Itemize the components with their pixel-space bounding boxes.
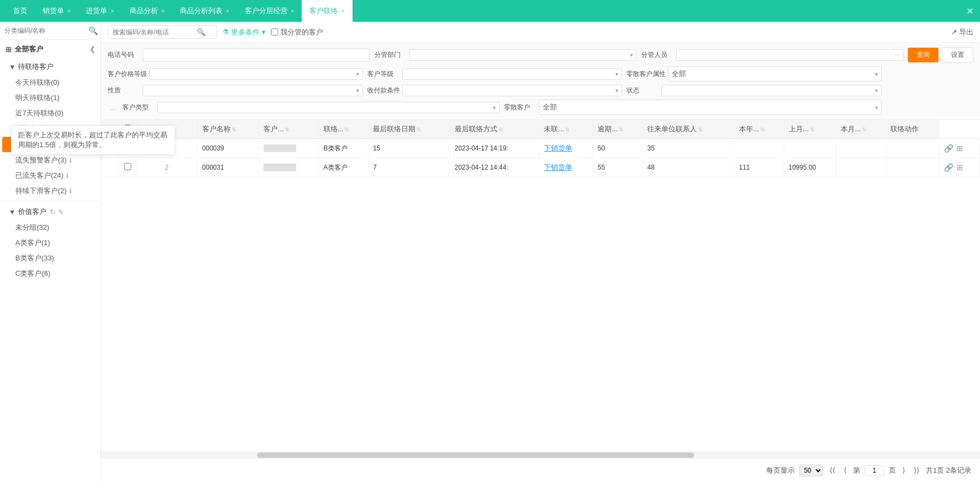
status-select[interactable]: ▾ [661,85,882,96]
query-button[interactable]: 查询 [908,48,938,62]
col-uncontact[interactable]: 未联...⇅ [539,120,593,139]
filter-bar: 🔍 ⚗ 更多条件 ▾ 我分管的客户 ↗ 导出 [101,22,980,43]
col-type[interactable]: 客户...⇅ [259,120,319,139]
col-last-method[interactable]: 最后联络方式⇅ [450,120,539,139]
customer-type-select[interactable]: ▾ [157,102,500,113]
table-area: ⚙ 客户编码⇅ 客户名称⇅ 客户...⇅ [101,120,980,451]
retail-attr-select[interactable]: 全部 ▾ [668,66,882,82]
scrollbar-thumb[interactable] [257,452,694,458]
col-last-date[interactable]: 最后联络日期⇅ [368,120,450,139]
sidebar-divider [0,201,101,201]
value-group-edit-icon[interactable]: ✎ [58,208,64,216]
gender-select[interactable]: ▾ [143,85,363,96]
col-name[interactable]: 客户名称⇅ [197,120,259,139]
search-icon[interactable]: 🔍 [197,28,206,36]
row-contact-person-1: 111 [735,158,784,177]
row-select-checkbox-1[interactable] [124,163,131,170]
sidebar-item-churn-warning[interactable]: 流失预警客户(3) ℹ [0,153,101,168]
col-this-month[interactable]: 本月...⇅ [836,120,886,139]
nav-product-list[interactable]: 商品分析列表 × [172,0,237,22]
nav-purchase[interactable]: 进货单 × [78,0,121,22]
retail-attr-label: 零散客户属性 [626,69,666,79]
row-last-method-1: 下销货单 [539,158,593,177]
grid-action-icon-0[interactable]: ⊞ [956,144,963,153]
sidebar-item-declining[interactable]: 持续下滑客户(2) ℹ [0,183,101,199]
more-conditions-button[interactable]: ⚗ 更多条件 ▾ [222,27,266,37]
col-last-month[interactable]: 上月...⇅ [784,120,836,139]
phone-input[interactable] [143,49,370,62]
nav-sales-close[interactable]: × [67,8,71,14]
customer-grade-field: 客户等级 ▾ [367,68,623,80]
nav-purchase-close[interactable]: × [110,8,114,14]
filter-row-4: ... 客户类型 ▾ 零散客户 全部 ▾ [108,100,973,115]
retail-customer-field: 零散客户 全部 ▾ [504,100,882,115]
col-contact-count[interactable]: 联络...⇅ [319,120,368,139]
nav-customer-contact[interactable]: 客户联络 × [302,0,352,22]
nav-product-list-close[interactable]: × [226,8,229,14]
phone-field: 电话号码 [108,49,370,62]
sidebar-item-7day-contact[interactable]: 近7天待联络(0) [0,106,101,121]
row-name-1 [259,158,319,177]
sidebar-item-churned[interactable]: 已流失客户(24) ℹ [0,168,101,183]
search-input[interactable] [113,28,195,36]
customer-grade-caret-icon: ▾ [615,71,618,77]
first-page-button[interactable]: ⟨⟨ [828,465,837,475]
my-customers-checkbox[interactable] [271,28,278,36]
retail-customer-select[interactable]: 全部 ▾ [539,100,882,115]
more-dots[interactable]: ... [108,103,118,112]
sidebar: 🔍 ⊞ 全部客户 ❮ ▼ 待联络客户 今天待联络(0) 明天待联络(1) 近7天… [0,22,101,482]
sidebar-search-input[interactable] [4,27,86,34]
payment-select[interactable]: ▾ [402,85,623,96]
page-label: 第 [853,466,860,475]
nav-home[interactable]: 首页 [5,0,35,22]
col-this-year[interactable]: 本年...⇅ [735,120,784,139]
next-page-button[interactable]: ⟩ [900,465,907,475]
link-action-icon-1[interactable]: 🔗 [944,163,953,172]
export-button[interactable]: ↗ 导出 [951,27,973,37]
my-customers-checkbox-wrap[interactable]: 我分管的客户 [271,27,323,37]
customer-grade-select[interactable]: ▾ [402,68,623,80]
sidebar-item-tomorrow-contact[interactable]: 明天待联络(1) [0,90,101,106]
page-number-input[interactable] [865,465,884,476]
nav-product-analysis[interactable]: 商品分析 × [122,0,172,22]
row-settings-1 [101,158,119,177]
sidebar-search-icon[interactable]: 🔍 [89,26,98,35]
nav-customer-segment-close[interactable]: × [291,8,294,14]
dept-select[interactable]: ▾ [409,49,637,61]
sort-method-icon: ⇅ [498,126,503,132]
last-page-button[interactable]: ⟩⟩ [912,465,922,475]
col-overdue[interactable]: 逾期...⇅ [593,120,643,139]
grid-action-icon-1[interactable]: ⊞ [956,163,963,172]
value-group-refresh-icon[interactable]: ↻ [50,208,56,216]
sidebar-item-c-customers[interactable]: C类客户(6) [0,266,101,281]
sort-this-year-icon: ⇅ [760,126,765,132]
sidebar-item-ungrouped[interactable]: 未分组(32) [0,220,101,235]
link-action-icon-0[interactable]: 🔗 [944,144,953,153]
row-overdue-0: 35 [643,139,735,158]
nav-customer-segment[interactable]: 客户分层经营 × [237,0,302,22]
pending-contact-group[interactable]: ▼ 待联络客户 [0,59,101,75]
sidebar-item-today-contact[interactable]: 今天待联络(0) [0,75,101,90]
window-close-button[interactable]: ✕ [966,6,973,16]
all-customers-header[interactable]: ⊞ 全部客户 ❮ [0,40,101,59]
nav-product-analysis-close[interactable]: × [161,8,165,14]
per-page-select[interactable]: 50 [799,464,823,477]
col-contact-person[interactable]: 往来单位联系人⇅ [643,120,735,139]
person-caret-icon: ··· [895,52,900,58]
table-row: 2 000031 A类客户 7 2023-04-12 14:44: 下销货单 5… [101,158,980,177]
nav-customer-contact-close[interactable]: × [341,8,344,14]
person-select[interactable]: ··· [676,49,903,61]
nav-sales[interactable]: 销货单 × [35,0,78,22]
sort-type-icon: ⇅ [285,126,289,132]
row-last-month-0 [836,139,886,158]
price-grade-select[interactable]: ▾ [149,68,363,80]
sidebar-item-a-customers[interactable]: A类客户(1) [0,235,101,251]
value-customers-group[interactable]: ▼ 价值客户 ↻ ✎ [0,204,101,220]
customer-grade-label: 客户等级 [367,69,400,79]
prev-page-button[interactable]: ⟨ [842,465,849,475]
pagination-bar: 每页显示 50 ⟨⟨ ⟨ 第 页 ⟩ ⟩⟩ 共1页 2条记录 [101,458,980,482]
horizontal-scrollbar[interactable] [101,451,980,458]
filter-row-3: 性质 ▾ 收付款条件 ▾ 状态 [108,85,973,96]
settings-button[interactable]: 设置 [942,47,973,63]
sidebar-item-b-customers[interactable]: B类客户(33) [0,251,101,266]
